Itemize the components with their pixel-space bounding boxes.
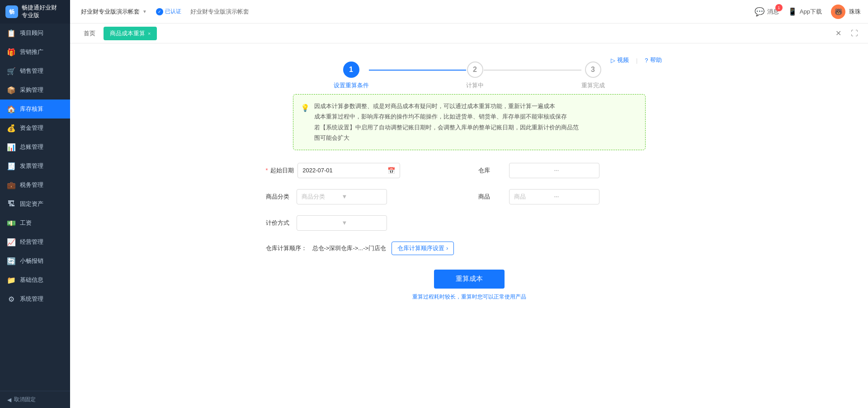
sidebar-nav: 📋 项目顾问 🎁 营销推广 🛒 销售管理 📦 采购管理 🏠 库存核算 💰 资金管… [0, 24, 70, 391]
user-profile[interactable]: 🐻 珠珠 [831, 5, 861, 19]
sidebar-item-marketing[interactable]: 🎁 营销推广 [0, 43, 70, 62]
sidebar-logo: 畅 畅捷通好业财 专业版 [0, 0, 70, 24]
warehouse-order-value: 总仓->深圳仓库->...->门店仓 [312, 244, 387, 252]
sidebar-item-operation[interactable]: 📈 经营管理 [0, 232, 70, 251]
warehouse-order-label: 仓库计算顺序： [266, 244, 307, 252]
info-line-1: 因成本计算参数调整、或是对商品成本有疑问时，可以通过成本重算功能，重新计算一遍成… [314, 101, 579, 111]
tab-bar-actions: ✕ ⛶ [832, 27, 861, 40]
sidebar-item-label: 经营管理 [20, 238, 43, 246]
sidebar-item-label: 库存核算 [20, 105, 43, 113]
company-selector[interactable]: 好业财专业版演示帐套 ▼ [77, 6, 151, 18]
sidebar-item-label: 采购管理 [20, 86, 43, 94]
sidebar-item-payroll[interactable]: 💵 工资 [0, 213, 70, 232]
system-icon: ⚙ [7, 295, 15, 303]
step-1-circle: 1 [343, 62, 359, 78]
header-right: 💬 消息 1 📱 App下载 🐻 珠珠 [755, 5, 861, 19]
warehouse-order-btn[interactable]: 仓库计算顺序设置 › [392, 242, 454, 255]
verified-badge: ✓ 已认证 [156, 8, 181, 15]
payroll-icon: 💵 [7, 219, 15, 227]
message-icon: 💬 [755, 7, 764, 17]
info-line-4: 围可能会扩大 [314, 133, 579, 143]
submit-button[interactable]: 重算成本 [434, 270, 505, 289]
step-1: 1 设置重算条件 [334, 62, 369, 90]
start-date-input[interactable] [298, 163, 383, 178]
tab-close-btn[interactable]: ✕ [832, 27, 844, 40]
video-link[interactable]: ▷ 视频 [611, 56, 629, 64]
app-logo-icon: 畅 [5, 5, 18, 18]
app-edition: 专业版 [22, 12, 57, 19]
tab-expand-btn[interactable]: ⛶ [848, 27, 861, 40]
form-section: * 起始日期 📅 仓库 ··· [266, 163, 673, 301]
category-select[interactable]: 商品分类 ▼ [297, 189, 387, 204]
tab-home[interactable]: 首页 [77, 27, 102, 40]
company-name-display: 好业财专业版演示帐套 [190, 8, 249, 16]
tab-cost-recalc-label: 商品成本重算 [110, 29, 145, 38]
step-line-1 [369, 70, 467, 71]
sidebar-item-label: 系统管理 [20, 295, 43, 303]
sidebar-item-ledger[interactable]: 📊 总账管理 [0, 138, 70, 157]
goods-input[interactable]: 商品 ··· [509, 189, 599, 204]
invoice-icon: 🧾 [7, 162, 15, 170]
content-inner: 1 设置重算条件 2 计算中 3 [266, 52, 673, 301]
company-name: 好业财专业版演示帐套 [81, 8, 140, 16]
notification-badge: 1 [775, 4, 783, 11]
category-label: 商品分类 [266, 193, 293, 201]
warehouse-order-row: 仓库计算顺序： 总仓->深圳仓库->...->门店仓 仓库计算顺序设置 › [266, 242, 673, 255]
sidebar-item-tax[interactable]: 💼 税务管理 [0, 176, 70, 195]
form-row-2: 商品分类 商品分类 ▼ 商品 商品 ··· [266, 189, 673, 204]
sidebar-item-basic[interactable]: 📁 基础信息 [0, 270, 70, 289]
calendar-icon[interactable]: 📅 [383, 167, 400, 174]
sidebar-item-sales[interactable]: 🛒 销售管理 [0, 62, 70, 81]
sidebar-item-label: 销售管理 [20, 67, 43, 75]
main-wrapper: 好业财专业版演示帐套 ▼ ✓ 已认证 好业财专业版演示帐套 💬 消息 1 📱 A… [70, 0, 868, 408]
verified-label: 已认证 [165, 8, 181, 15]
assets-icon: 🏗 [7, 200, 15, 208]
app-download-button[interactable]: 📱 App下载 [788, 7, 822, 16]
tab-bar: 首页 商品成本重算 × ✕ ⛶ [70, 24, 868, 43]
top-header: 好业财专业版演示帐套 ▼ ✓ 已认证 好业财专业版演示帐套 💬 消息 1 📱 A… [70, 0, 868, 24]
sales-icon: 🛒 [7, 67, 15, 75]
warehouse-dots-btn[interactable]: ··· [554, 167, 594, 174]
phone-icon: 📱 [788, 7, 797, 16]
sidebar-item-expense[interactable]: 🔄 小畅报销 [0, 251, 70, 270]
sidebar-item-dashboard[interactable]: 📋 项目顾问 [0, 24, 70, 43]
warehouse-label: 仓库 [478, 166, 505, 175]
play-icon: ▷ [611, 57, 615, 64]
step-3-label: 重算完成 [581, 81, 605, 90]
tab-home-label: 首页 [84, 29, 95, 38]
app-name: 畅捷通好业财 [22, 4, 57, 12]
goods-dots-btn[interactable]: ··· [554, 193, 594, 200]
unpin-icon: ◀ [7, 397, 11, 403]
sidebar-item-system[interactable]: ⚙ 系统管理 [0, 289, 70, 308]
sidebar-item-finance[interactable]: 💰 资金管理 [0, 119, 70, 138]
info-line-2: 成本重算过程中，影响库存账的操作均不能操作，比如进货单、销货单、库存单据不能审核… [314, 111, 579, 122]
submit-area: 重算成本 重算过程耗时较长，重算时您可以正常使用产品 [266, 270, 673, 301]
warehouse-input[interactable]: ··· [509, 163, 599, 178]
sidebar-item-inventory[interactable]: 🏠 库存核算 [0, 100, 70, 119]
tab-cost-recalc[interactable]: 商品成本重算 × [104, 27, 157, 40]
sidebar-footer-unpin[interactable]: ◀ 取消固定 [0, 391, 70, 408]
sidebar-item-label: 总账管理 [20, 143, 43, 151]
step-3-circle: 3 [585, 62, 601, 78]
step-2-circle: 2 [467, 62, 483, 78]
help-links: ▷ 视频 | ? 帮助 [611, 56, 662, 64]
tab-close-icon[interactable]: × [148, 31, 151, 36]
price-method-field: 计价方式 ▼ [266, 215, 460, 231]
info-content: 因成本计算参数调整、或是对商品成本有疑问时，可以通过成本重算功能，重新计算一遍成… [314, 101, 579, 143]
inventory-icon: 🏠 [7, 105, 15, 113]
message-button[interactable]: 💬 消息 1 [755, 7, 779, 17]
sidebar-item-assets[interactable]: 🏗 固定资产 [0, 195, 70, 213]
start-date-field: * 起始日期 📅 [266, 163, 460, 178]
start-date-input-wrapper[interactable]: 📅 [297, 163, 400, 178]
category-chevron-icon: ▼ [342, 193, 382, 200]
user-name: 珠珠 [849, 8, 861, 16]
price-method-label: 计价方式 [266, 219, 293, 227]
form-row-3: 计价方式 ▼ [266, 215, 673, 231]
help-link[interactable]: ? 帮助 [645, 56, 661, 64]
price-method-select[interactable]: ▼ [297, 215, 387, 231]
marketing-icon: 🎁 [7, 48, 15, 56]
goods-label: 商品 [478, 193, 505, 201]
sidebar-item-purchase[interactable]: 📦 采购管理 [0, 81, 70, 100]
sidebar-item-invoice[interactable]: 🧾 发票管理 [0, 157, 70, 176]
stepper-inner: 1 设置重算条件 2 计算中 3 [334, 62, 605, 90]
